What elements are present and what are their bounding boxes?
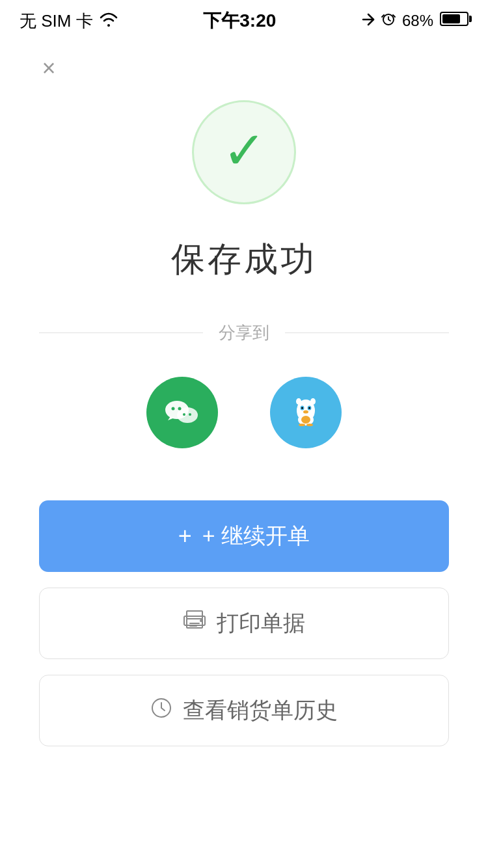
svg-point-12 — [303, 411, 308, 414]
checkmark-icon: ✓ — [223, 125, 266, 177]
svg-rect-21 — [189, 623, 200, 624]
actions-section: + + 继续开单 打印单据 — [39, 500, 449, 746]
main-content: ✓ 保存成功 分享到 — [0, 42, 488, 868]
alarm-icon — [381, 12, 396, 30]
location-icon — [362, 12, 375, 30]
print-label: 打印单据 — [217, 608, 305, 638]
qq-share-button[interactable] — [270, 377, 342, 448]
history-label: 查看销货单历史 — [183, 696, 338, 726]
status-time: 下午3:20 — [203, 8, 276, 33]
close-button[interactable]: × — [33, 52, 65, 85]
plus-icon: + — [178, 522, 192, 550]
continue-label: + 继续开单 — [202, 521, 310, 551]
close-icon: × — [42, 57, 55, 80]
no-sim-text: 无 SIM 卡 — [20, 10, 93, 33]
svg-rect-19 — [187, 611, 202, 619]
svg-point-15 — [299, 424, 305, 426]
print-button[interactable]: 打印单据 — [39, 588, 449, 659]
status-left: 无 SIM 卡 — [20, 10, 118, 33]
share-label: 分享到 — [203, 321, 285, 344]
history-button[interactable]: 查看销货单历史 — [39, 675, 449, 746]
success-title: 保存成功 — [171, 237, 317, 282]
share-icons-row — [39, 377, 449, 448]
continue-button[interactable]: + + 继续开单 — [39, 500, 449, 572]
svg-point-11 — [308, 407, 310, 409]
share-divider: 分享到 — [39, 321, 449, 344]
svg-point-14 — [301, 416, 310, 424]
success-circle: ✓ — [192, 100, 296, 204]
battery-icon — [440, 12, 468, 30]
status-bar: 无 SIM 卡 下午3:20 68% — [0, 0, 488, 42]
svg-point-17 — [296, 398, 301, 405]
svg-point-6 — [189, 413, 191, 416]
status-right: 68% — [362, 12, 468, 30]
clock-icon — [150, 697, 172, 724]
divider-right — [285, 332, 449, 333]
svg-point-18 — [310, 398, 316, 405]
battery-percentage: 68% — [402, 12, 433, 30]
divider-left — [39, 332, 203, 333]
share-section: 分享到 — [39, 321, 449, 448]
svg-point-3 — [172, 407, 175, 411]
wechat-share-button[interactable] — [146, 377, 218, 448]
svg-point-4 — [178, 407, 182, 411]
svg-point-16 — [306, 424, 313, 426]
wifi-icon — [100, 11, 118, 31]
print-icon — [183, 610, 206, 637]
svg-point-9 — [301, 407, 303, 409]
svg-point-5 — [183, 413, 185, 416]
svg-point-24 — [200, 619, 202, 622]
